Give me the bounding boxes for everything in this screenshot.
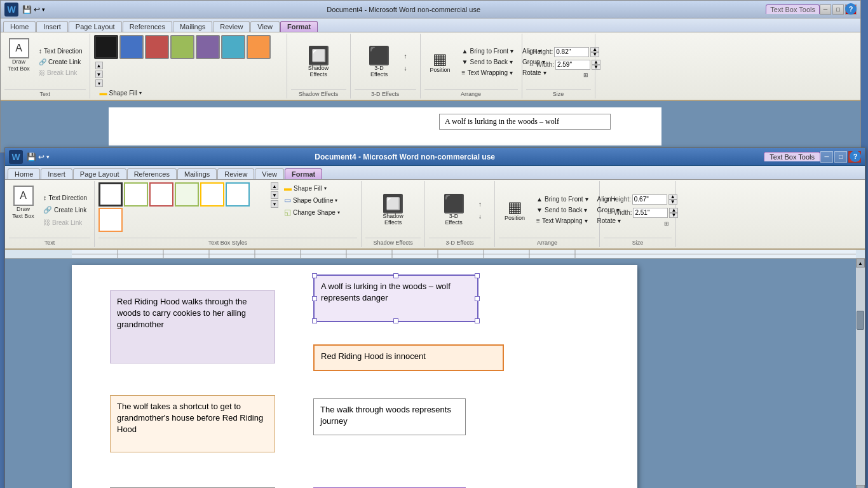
swatch-blue-bg[interactable] — [119, 35, 144, 59]
tab-references-bg[interactable]: References — [123, 21, 172, 32]
height-spin-fg[interactable]: ▲ ▼ — [668, 194, 677, 205]
swatch-up-btn-bg[interactable]: ▲ — [95, 62, 103, 69]
qat-save-fg[interactable]: 💾 — [27, 152, 36, 161]
shape-outline-btn-fg[interactable]: ▭ Shape Outline ▾ — [281, 194, 357, 206]
width-down-bg[interactable]: ▼ — [592, 65, 600, 70]
shape-fill-btn-fg[interactable]: ▬ Shape Fill ▾ — [281, 182, 357, 194]
width-spin-fg[interactable]: ▲ ▼ — [669, 208, 678, 218]
position-btn-bg[interactable]: ▦ Position — [424, 50, 456, 75]
draw-textbox-btn-fg[interactable]: A DrawText Box — [9, 182, 37, 238]
minimize-btn-fg[interactable]: ─ — [820, 151, 833, 163]
draw-textbox-btn-bg[interactable]: A Draw Text Box — [4, 35, 33, 89]
handle-mr[interactable] — [475, 296, 480, 301]
3d-down-btn-fg[interactable]: ↓ — [475, 212, 485, 221]
swatch-more-btn-bg[interactable]: ▾ — [95, 79, 103, 87]
tab-home-fg[interactable]: Home — [8, 168, 40, 179]
3d-effects-btn-fg[interactable]: ⬛ 3-D Effects — [435, 193, 473, 227]
tab-review-bg[interactable]: Review — [213, 21, 250, 32]
size-expand-bg[interactable]: ⊞ — [583, 72, 588, 78]
3d-effects-btn-bg[interactable]: ⬛ 3-D Effects — [360, 45, 398, 79]
swatch-orange-bg[interactable] — [247, 35, 271, 59]
height-input-bg[interactable] — [554, 47, 589, 57]
shadow-effects-btn-bg[interactable]: 🔲 Shadow Effects — [296, 45, 341, 79]
break-link-btn-bg[interactable]: ⛓ Break Link — [36, 68, 86, 78]
scrollbar-track[interactable] — [856, 268, 865, 485]
swatch-green-outline-fg[interactable] — [124, 182, 148, 207]
create-link-btn-bg[interactable]: 🔗 Create Link — [36, 57, 86, 67]
bring-front-btn-bg[interactable]: ▲ Bring to Front ▾ — [459, 46, 517, 56]
swatch-orange-outline-fg[interactable] — [98, 208, 123, 232]
width-down-fg[interactable]: ▼ — [669, 213, 678, 218]
maximize-btn-fg[interactable]: □ — [834, 151, 847, 163]
swatch-red-outline-fg[interactable] — [149, 182, 173, 207]
handle-bc[interactable] — [393, 318, 398, 323]
maximize-btn-bg[interactable]: □ — [832, 4, 844, 15]
swatch-purple-bg[interactable] — [196, 35, 220, 59]
tab-references-fg[interactable]: References — [127, 168, 177, 179]
tab-review-fg[interactable]: Review — [217, 168, 254, 179]
handle-tc[interactable] — [393, 273, 398, 278]
create-link-btn-fg[interactable]: 🔗 Create Link — [40, 205, 90, 215]
handle-bl[interactable] — [312, 318, 317, 323]
minimize-btn-bg[interactable]: ─ — [820, 4, 831, 15]
height-spin-bg[interactable]: ▲ ▼ — [590, 47, 599, 57]
tab-pagelayout-fg[interactable]: Page Layout — [73, 168, 126, 179]
send-back-btn-fg[interactable]: ▼ Send to Back ▾ — [533, 205, 592, 215]
tab-mailings-fg[interactable]: Mailings — [177, 168, 217, 179]
shape-fill-btn-bg[interactable]: ▬ Shape Fill ▾ — [97, 87, 283, 98]
help-btn-bg[interactable]: ? — [845, 3, 857, 15]
textbox-red-riding-hood-walks[interactable]: Red Riding Hood walks through the woods … — [110, 290, 275, 363]
tab-format-fg[interactable]: Format — [285, 168, 322, 179]
tab-view-fg[interactable]: View — [255, 168, 284, 179]
swatch-black-bg[interactable] — [94, 35, 118, 59]
text-direction-btn-fg[interactable]: ↕ Text Direction — [40, 193, 90, 203]
swatch-yellow-outline-fg[interactable] — [200, 182, 224, 207]
quick-save-icon[interactable]: 💾 — [22, 5, 32, 14]
tab-view-bg[interactable]: View — [250, 21, 280, 32]
size-expand-fg[interactable]: ⊞ — [664, 220, 669, 227]
3d-up-btn-fg[interactable]: ↑ — [475, 200, 485, 209]
handle-br[interactable] — [475, 318, 480, 323]
shadow-effects-btn-fg[interactable]: 🔲 Shadow Effects — [371, 193, 416, 227]
scroll-up-btn[interactable]: ▲ — [856, 259, 865, 268]
swatch-down-btn-fg[interactable]: ▼ — [271, 191, 278, 199]
scrollbar-vertical[interactable]: ▲ ▼ — [856, 259, 865, 488]
width-input-fg[interactable] — [633, 208, 668, 218]
tab-insert-fg[interactable]: Insert — [41, 168, 72, 179]
swatch-green-fill-fg[interactable] — [175, 182, 199, 207]
3d-up-btn-bg[interactable]: ↑ — [401, 51, 410, 61]
width-spin-bg[interactable]: ▲ ▼ — [592, 60, 600, 70]
swatch-teal-outline-fg[interactable] — [226, 182, 250, 207]
scrollbar-thumb[interactable] — [857, 311, 864, 330]
handle-tl[interactable] — [312, 273, 317, 278]
textbox-wolf-lurking[interactable]: A wolf is lurking in the woods – wolf re… — [313, 274, 478, 322]
swatch-teal-bg[interactable] — [221, 35, 245, 59]
swatch-up-btn-fg[interactable]: ▲ — [271, 182, 278, 190]
textbox-journey[interactable]: The walk through woods represents journe… — [313, 398, 466, 435]
position-btn-fg[interactable]: ▦ Position — [499, 198, 531, 223]
swatch-green-bg[interactable] — [170, 35, 194, 59]
3d-down-btn-bg[interactable]: ↓ — [401, 64, 410, 73]
height-down-fg[interactable]: ▼ — [668, 200, 677, 205]
text-wrapping-btn-fg[interactable]: ≡ Text Wrapping ▾ — [533, 216, 592, 226]
bring-front-btn-fg[interactable]: ▲ Bring to Front ▾ — [533, 194, 592, 204]
help-btn-fg[interactable]: ? — [850, 151, 861, 162]
change-shape-btn-fg[interactable]: ◱ Change Shape ▾ — [281, 207, 357, 218]
tab-mailings-bg[interactable]: Mailings — [173, 21, 212, 32]
height-down-bg[interactable]: ▼ — [590, 52, 599, 57]
swatch-red-bg[interactable] — [145, 35, 169, 59]
swatch-scroll-bg[interactable]: ▲ ▼ ▾ — [95, 62, 103, 87]
handle-tr[interactable] — [475, 273, 480, 278]
handle-ml[interactable] — [312, 296, 317, 301]
text-wrapping-btn-bg[interactable]: ≡ Text Wrapping ▾ — [459, 68, 517, 78]
tab-home-bg[interactable]: Home — [3, 21, 36, 32]
swatch-selected-fg[interactable] — [98, 182, 123, 207]
qat-undo-fg[interactable]: ↩ — [38, 152, 44, 161]
tab-insert-bg[interactable]: Insert — [36, 21, 68, 32]
width-input-bg[interactable] — [555, 60, 590, 70]
swatch-scroll-fg[interactable]: ▲ ▼ ▾ — [271, 182, 278, 208]
swatch-down-btn-bg[interactable]: ▼ — [95, 71, 103, 78]
textbox-innocent[interactable]: Red Riding Hood is innocent — [313, 344, 504, 371]
break-link-btn-fg[interactable]: ⛓ Break Link — [40, 217, 90, 227]
text-direction-btn-bg[interactable]: ↕ Text Direction — [36, 46, 86, 56]
